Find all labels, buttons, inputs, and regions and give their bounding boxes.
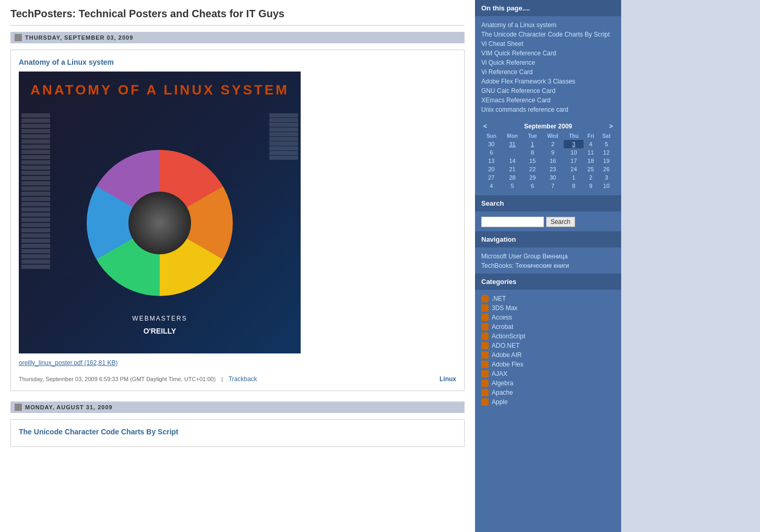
on-this-page-link[interactable]: XEmacs Reference Card xyxy=(481,96,615,105)
cal-day: 4 xyxy=(584,140,598,148)
linux-poster-image[interactable]: ANATOMY OF A LINUX SYSTEM xyxy=(19,72,301,353)
post-2-title[interactable]: The Unicode Character Code Charts By Scr… xyxy=(19,428,456,436)
calendar-prev[interactable]: < xyxy=(481,123,489,130)
category-item[interactable]: AJAX xyxy=(481,369,615,379)
category-item[interactable]: Apple xyxy=(481,397,615,407)
category-item[interactable]: ADO.NET xyxy=(481,341,615,350)
on-this-page-link[interactable]: The Unicode Character Code Charts By Scr… xyxy=(481,30,615,39)
category-icon xyxy=(481,389,489,396)
cal-day: 21 xyxy=(502,165,524,173)
category-item[interactable]: Adobe Flex xyxy=(481,360,615,369)
cal-day: 5 xyxy=(502,182,524,190)
categories-list: .NET3DS MaxAccessAcrobatActionScriptADO.… xyxy=(475,291,621,410)
calendar-icon xyxy=(15,34,22,41)
category-label: Apache xyxy=(492,389,513,396)
calendar-section: < September 2009 > Sun Mon Tue Wed Thu F… xyxy=(475,117,621,195)
category-label: Access xyxy=(492,314,512,321)
post-1: Anatomy of a Linux system ANATOMY OF A L… xyxy=(10,50,465,391)
poster-title-text: ANATOMY OF A LINUX SYSTEM xyxy=(19,82,301,98)
site-title: TechPosters: Technical Posters and Cheat… xyxy=(10,8,465,20)
col-block xyxy=(21,239,50,243)
col-block xyxy=(21,145,50,149)
cal-day: 19 xyxy=(598,157,615,165)
col-block xyxy=(21,129,50,133)
cal-day: 11 xyxy=(584,148,598,157)
search-form: Search xyxy=(475,212,621,231)
col-block xyxy=(21,223,50,227)
on-this-page-link[interactable]: GNU Calc Reference Card xyxy=(481,86,615,96)
col-block xyxy=(21,197,50,201)
category-item[interactable]: 3DS Max xyxy=(481,303,615,313)
col-block xyxy=(269,118,298,122)
on-this-page-link[interactable]: Unix commands reference card xyxy=(481,105,615,114)
category-label: Acrobat xyxy=(492,323,513,330)
post-1-title[interactable]: Anatomy of a Linux system xyxy=(19,58,456,66)
col-block xyxy=(21,212,50,217)
cal-day: 8 xyxy=(564,182,584,190)
col-block xyxy=(21,207,50,211)
cal-day-today[interactable]: 3 xyxy=(564,140,584,148)
col-block xyxy=(21,249,50,253)
category-item[interactable]: .NET xyxy=(481,294,615,303)
title-divider xyxy=(10,25,465,26)
on-this-page-link[interactable]: Vi Quick Reference xyxy=(481,58,615,67)
post-1-category[interactable]: Linux xyxy=(440,375,456,383)
post-1-file-link[interactable]: oreilly_linux_poster.pdf (162,81 KB) xyxy=(19,359,117,367)
main-content: TechPosters: Technical Posters and Cheat… xyxy=(0,0,475,532)
category-item[interactable]: Acrobat xyxy=(481,322,615,332)
col-block xyxy=(21,150,50,154)
cal-day: 1 xyxy=(564,173,584,182)
on-this-page-link[interactable]: VIM Quick Reference Card xyxy=(481,49,615,58)
category-label: AJAX xyxy=(492,370,507,377)
calendar-row: 13 14 15 16 17 18 19 xyxy=(481,157,615,165)
category-label: .NET xyxy=(492,295,506,302)
category-icon xyxy=(481,351,489,359)
on-this-page-link[interactable]: Vi Cheat Sheet xyxy=(481,39,615,49)
date-bar-1: THURSDAY, SEPTEMBER 03, 2009 xyxy=(10,32,465,43)
category-item[interactable]: Adobe AIR xyxy=(481,350,615,360)
navigation-header: Navigation xyxy=(475,231,621,247)
cal-day: 25 xyxy=(584,165,598,173)
on-this-page-header: On this page.... xyxy=(475,0,621,16)
date-bar-1-text: THURSDAY, SEPTEMBER 03, 2009 xyxy=(25,34,133,41)
cal-day: 7 xyxy=(542,182,564,190)
poster-circle xyxy=(87,150,233,296)
calendar-row: 20 21 22 23 24 25 26 xyxy=(481,165,615,173)
calendar-nav: < September 2009 > xyxy=(481,123,615,130)
category-icon xyxy=(481,314,489,321)
categories-section: Categories .NET3DS MaxAccessAcrobatActio… xyxy=(475,274,621,410)
on-this-page-link[interactable]: Vi Reference Card xyxy=(481,67,615,77)
nav-link[interactable]: TechBooks: Технические книги xyxy=(481,261,615,270)
search-input[interactable] xyxy=(481,217,544,227)
category-icon xyxy=(481,342,489,349)
cal-day: 4 xyxy=(481,182,502,190)
category-item[interactable]: ActionScript xyxy=(481,332,615,341)
search-button[interactable]: Search xyxy=(546,217,575,227)
on-this-page-link[interactable]: Anatomy of a Linux system xyxy=(481,20,615,30)
cal-day[interactable]: 31 xyxy=(502,140,524,148)
cal-day: 17 xyxy=(564,157,584,165)
category-label: Adobe Flex xyxy=(492,361,524,368)
nav-link[interactable]: Microsoft User Group Винница xyxy=(481,252,615,261)
calendar-row: 27 28 29 30 1 2 3 xyxy=(481,173,615,182)
post-1-meta: Thursday, September 03, 2009 6:59:33 PM … xyxy=(19,375,456,383)
category-label: Apple xyxy=(492,398,508,406)
on-this-page-link[interactable]: Adobe Flex Framework 3 Classes xyxy=(481,77,615,86)
category-item[interactable]: Apache xyxy=(481,388,615,397)
col-block xyxy=(269,146,298,150)
navigation-links: Microsoft User Group ВинницаTechBooks: Т… xyxy=(475,249,621,274)
calendar-next[interactable]: > xyxy=(607,123,615,130)
cal-day[interactable]: 1 xyxy=(524,140,542,148)
category-icon xyxy=(481,323,489,330)
col-block xyxy=(21,228,50,232)
cal-day: 15 xyxy=(524,157,542,165)
category-item[interactable]: Access xyxy=(481,313,615,322)
calendar-month: September 2009 xyxy=(524,123,572,130)
cal-day: 30 xyxy=(542,173,564,182)
category-icon xyxy=(481,370,489,377)
col-block xyxy=(21,259,50,264)
post-1-trackback[interactable]: Trackback xyxy=(229,375,257,383)
cal-day: 28 xyxy=(502,173,524,182)
category-item[interactable]: Algebra xyxy=(481,379,615,388)
date-bar-2-text: MONDAY, AUGUST 31, 2009 xyxy=(25,404,113,410)
